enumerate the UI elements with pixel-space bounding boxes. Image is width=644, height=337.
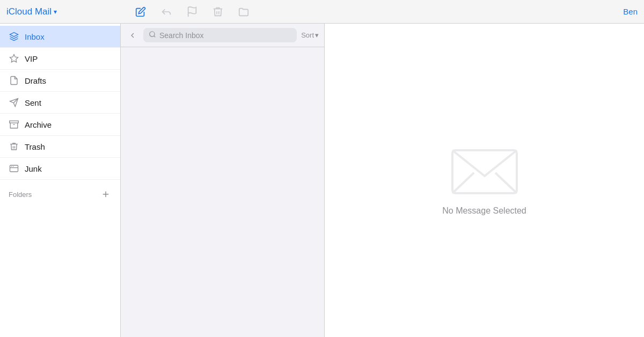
message-list-body [121,47,324,337]
delete-button[interactable] [210,4,225,19]
no-message-icon [450,145,519,199]
sidebar-item-vip[interactable]: VIP [0,48,120,70]
sidebar-item-sent-label: Sent [25,98,41,107]
svg-point-12 [150,32,155,36]
trash-icon [9,141,19,152]
folders-label: Folders [9,191,32,199]
sidebar-item-junk[interactable]: Junk [0,158,120,180]
toolbar-actions [133,4,251,19]
app-title-chevron: ▾ [54,8,57,16]
message-list-header: Sort ▾ [121,24,324,47]
sidebar-item-trash-label: Trash [25,142,45,151]
vip-icon [9,53,19,64]
compose-button[interactable] [133,4,148,19]
search-icon [149,31,156,40]
move-folder-button[interactable] [236,4,251,19]
sidebar-item-archive-label: Archive [25,120,52,129]
sort-button[interactable]: Sort ▾ [301,31,319,39]
app-title-text: iCloud Mail [6,6,52,17]
folders-header: Folders [0,182,120,204]
archive-icon [9,119,19,130]
sidebar-item-drafts-label: Drafts [25,76,46,85]
inbox-icon [9,31,19,42]
svg-rect-6 [10,165,18,172]
svg-line-15 [452,173,474,193]
sidebar-item-inbox-label: Inbox [25,32,45,41]
collapse-button[interactable] [126,29,139,42]
svg-line-13 [154,36,156,38]
sort-chevron-icon: ▾ [315,31,319,39]
app-title[interactable]: iCloud Mail ▾ [6,6,57,17]
sidebar-item-vip-label: VIP [25,54,38,63]
user-label[interactable]: Ben [623,7,638,16]
svg-line-16 [495,173,517,193]
sidebar-item-archive[interactable]: Archive [0,114,120,136]
toolbar-left: iCloud Mail ▾ [6,6,125,17]
sidebar-item-junk-label: Junk [25,164,42,173]
no-message-text: No Message Selected [442,206,526,216]
junk-icon [9,163,19,174]
sort-label: Sort [301,31,314,39]
search-bar[interactable] [143,28,297,42]
svg-marker-1 [10,55,18,62]
search-input[interactable] [159,31,291,40]
sidebar-item-sent[interactable]: Sent [0,92,120,114]
sidebar-item-trash[interactable]: Trash [0,136,120,158]
message-list-panel: Sort ▾ [121,24,325,337]
main-layout: Inbox VIP Drafts [0,24,644,337]
svg-rect-4 [10,121,19,123]
sidebar-item-drafts[interactable]: Drafts [0,70,120,92]
sidebar: Inbox VIP Drafts [0,24,121,337]
toolbar: iCloud Mail ▾ [0,0,644,24]
reply-button[interactable] [159,4,174,19]
drafts-icon [9,75,19,86]
detail-panel: No Message Selected [325,24,644,337]
sent-icon [9,97,19,108]
add-folder-button[interactable] [100,188,112,200]
sidebar-item-inbox[interactable]: Inbox [0,26,120,48]
flag-button[interactable] [185,4,200,19]
